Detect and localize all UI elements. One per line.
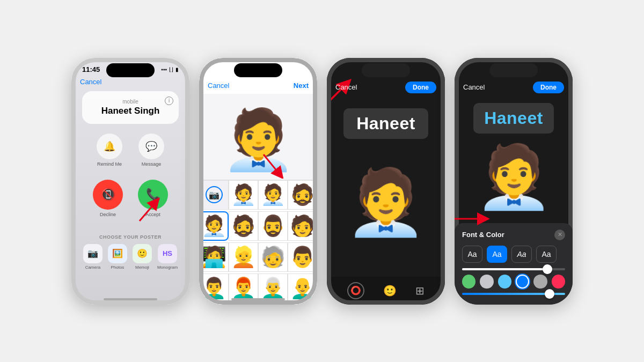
color-dot-pink[interactable] — [552, 275, 565, 289]
cancel-button-4[interactable]: Cancel — [463, 83, 485, 91]
cancel-button-1[interactable]: Cancel — [71, 78, 101, 86]
red-arrow-2 — [258, 152, 285, 179]
color-dot-gray[interactable] — [480, 275, 493, 289]
poster-title: CHOOSE YOUR POSTER — [81, 234, 180, 240]
decline-button[interactable]: 📵 — [93, 180, 123, 210]
font-opt-4[interactable]: Aa — [536, 246, 557, 263]
avatar-icon-9: 🧑‍💻 — [201, 245, 226, 269]
size-slider-fill — [462, 268, 546, 270]
memoji-grid: 📷 🧑‍💼 🧑‍💼 🧔 🧑‍💼 🧔 🧔‍♂️ 🧑 🧑‍💻 👱 🧓 👨 👨‍🦱 👨… — [199, 180, 317, 305]
phone3-screen: Cancel Done Haneet 🧑‍💼 ⭕ 🙂 ⊞ — [327, 58, 445, 305]
done-button-4[interactable]: Done — [533, 82, 564, 93]
red-arrow-1 — [131, 197, 164, 224]
memoji-cell-2[interactable]: 🧑‍💼 — [229, 180, 258, 210]
avatar-icon-6: 🧔 — [231, 214, 256, 238]
monogram-poster-icon: HS — [158, 244, 177, 263]
phone3-content: Haneet 🧑‍💼 — [327, 98, 445, 277]
memoji-cell-9[interactable]: 🧑‍💻 — [199, 242, 229, 272]
font-aa-3: Aa — [517, 250, 526, 258]
memoji-cell-13[interactable]: 👨‍🦱 — [199, 274, 229, 303]
memoji-avatar-4: 🧑‍💼 — [475, 146, 552, 208]
avatar-icon-13: 👨‍🦱 — [201, 276, 226, 300]
avatar-icon-10: 👱 — [231, 245, 256, 269]
name-label-4[interactable]: Haneet — [473, 103, 554, 134]
memoji-cell-16[interactable]: 👨‍🦲 — [288, 274, 317, 303]
memoji-cell-7[interactable]: 🧔‍♂️ — [258, 211, 288, 241]
memoji-cell-6[interactable]: 🧔 — [229, 211, 258, 241]
red-arrow-4 — [455, 208, 493, 230]
wifi-icon: ⌊⌋ — [169, 67, 173, 72]
camera-cell[interactable]: 📷 — [199, 180, 229, 210]
panel-title: Font & Color — [462, 231, 504, 239]
memoji-cell-8[interactable]: 🧑 — [288, 211, 317, 241]
home-indicator-2 — [231, 298, 285, 300]
font-opt-1[interactable]: Aa — [462, 246, 482, 263]
phone1: 11:45 ▪▪▪ ⌊⌋ ▮ Cancel i mobile Haneet Si… — [71, 58, 189, 305]
dynamic-island-3 — [362, 63, 410, 77]
camera-poster-label: Camera — [85, 265, 100, 270]
home-indicator-3 — [364, 301, 407, 302]
memoji-cell-4[interactable]: 🧔 — [288, 180, 317, 210]
size-slider-thumb[interactable] — [543, 264, 552, 274]
svg-line-3 — [264, 154, 280, 174]
message-icon: 💬 — [138, 134, 164, 159]
font-opt-2[interactable]: Aa — [487, 246, 507, 263]
color-dot-blue[interactable] — [516, 275, 529, 289]
cancel-button-3[interactable]: Cancel — [335, 83, 357, 91]
photos-poster-opt[interactable]: 🖼️ Photos — [108, 244, 127, 270]
phone4-content: Haneet 🧑‍💼 Font & Color ✕ — [455, 98, 573, 305]
next-button[interactable]: Next — [294, 82, 309, 90]
color-slider-thumb[interactable] — [545, 289, 554, 299]
avatar-icon-selected: 🧑‍💼 — [201, 214, 226, 238]
panel-close-button[interactable]: ✕ — [554, 230, 565, 240]
memoji-cell-3[interactable]: 🧑‍💼 — [258, 180, 288, 210]
memoji-preview: 🧑‍💼 — [199, 94, 317, 180]
panel-header: Font & Color ✕ — [462, 230, 565, 240]
memoji-cell-12[interactable]: 👨 — [288, 242, 317, 272]
decline-container: 📵 Decline — [93, 180, 123, 217]
cancel-button-2[interactable]: Cancel — [208, 82, 229, 90]
memoji-cell-11[interactable]: 🧓 — [258, 242, 288, 272]
dynamic-island-2 — [234, 63, 282, 77]
status-time: 11:45 — [82, 65, 100, 73]
battery-icon: ▮ — [175, 67, 179, 72]
message-label: Message — [142, 161, 162, 167]
memoji-cell-selected[interactable]: 🧑‍💼 — [199, 211, 229, 241]
remind-label: Remind Me — [97, 161, 122, 167]
avatar-icon-12: 👨 — [290, 245, 315, 269]
monogram-poster-opt[interactable]: HS Monogram — [157, 244, 178, 270]
status-icons: ▪▪▪ ⌊⌋ ▮ — [161, 67, 179, 72]
photos-poster-label: Photos — [111, 265, 124, 270]
color-dot-lightblue[interactable] — [498, 275, 511, 289]
avatar-icon-4: 🧔 — [290, 183, 315, 206]
memoji-cell-10[interactable]: 👱 — [229, 242, 258, 272]
color-dot-silver[interactable] — [533, 275, 547, 289]
done-button-3[interactable]: Done — [405, 82, 436, 93]
color-slider[interactable] — [462, 293, 565, 295]
face-icon-3: 🙂 — [383, 284, 397, 297]
camera-icon: 📷 — [206, 186, 223, 203]
memoji-poster-opt[interactable]: 🙂 Memoji — [133, 244, 152, 270]
font-opt-3[interactable]: Aa — [511, 246, 532, 263]
call-buttons-container: 📵 Decline 📞 Accept — [93, 171, 168, 217]
info-icon[interactable]: i — [165, 97, 173, 105]
remind-icon: 🔔 — [97, 134, 122, 159]
message-action[interactable]: 💬 Message — [138, 134, 164, 167]
photos-poster-icon: 🖼️ — [108, 244, 127, 263]
size-slider-track — [462, 268, 565, 270]
size-slider[interactable] — [462, 268, 565, 270]
memoji-poster-label: Memoji — [135, 265, 149, 270]
remind-action[interactable]: 🔔 Remind Me — [97, 134, 122, 167]
color-dot-green[interactable] — [462, 275, 475, 289]
home-button-3[interactable]: ⭕ — [347, 282, 364, 299]
camera-poster-icon: 📷 — [83, 244, 103, 263]
memoji-poster-icon: 🙂 — [133, 244, 152, 263]
phone2-screen: Cancel Next 🧑‍💼 📷 🧑‍💼 🧑‍💼 🧔 � — [199, 58, 317, 305]
color-row — [462, 275, 565, 289]
phone4-screen: Cancel Done Haneet 🧑‍💼 Font & Color ✕ — [455, 58, 573, 305]
phone2: Cancel Next 🧑‍💼 📷 🧑‍💼 🧑‍💼 🧔 � — [199, 58, 317, 305]
font-color-panel: Font & Color ✕ Aa Aa Aa Aa — [455, 223, 573, 305]
phone4: Cancel Done Haneet 🧑‍💼 Font & Color ✕ — [455, 58, 573, 305]
camera-poster-opt[interactable]: 📷 Camera — [83, 244, 103, 270]
memoji-avatar-3: 🧑‍💼 — [346, 169, 426, 234]
